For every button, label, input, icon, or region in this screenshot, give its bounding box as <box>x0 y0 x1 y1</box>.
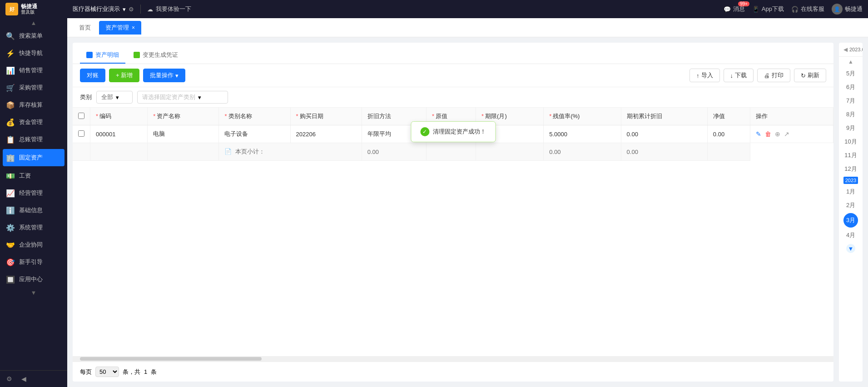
row-net-value: 0.00 <box>707 125 750 143</box>
sidebar-item-quicknav[interactable]: ⚡ 快捷导航 <box>0 45 67 62</box>
timeline-item-4[interactable]: 4月 <box>839 228 863 242</box>
subtotal-empty-3 <box>148 143 219 161</box>
collapse-icon[interactable]: ◀ <box>21 375 26 382</box>
category-select[interactable]: 请选择固定资产类别 ▾ <box>137 91 228 104</box>
timeline-item-2[interactable]: 2月 <box>839 198 863 212</box>
sidebar-label-quicknav: 快捷导航 <box>19 49 43 57</box>
username: 畅捷通 <box>845 5 863 13</box>
app-download-btn[interactable]: 📱 App下载 <box>752 5 784 13</box>
sidebar-item-enterprise[interactable]: 🤝 企业协同 <box>0 236 67 253</box>
sidebar-scroll-down[interactable]: ▼ <box>0 288 67 297</box>
tab-asset-mgmt-label: 资产管理 <box>105 24 129 32</box>
subtab-change-voucher[interactable]: 变更生成凭证 <box>127 47 184 64</box>
sidebar-item-payroll[interactable]: 💵 工资 <box>0 167 67 184</box>
subtotal-empty-4 <box>426 143 476 161</box>
timeline-item-8[interactable]: 8月 <box>839 108 863 121</box>
sidebar-item-capital[interactable]: 💰 资金管理 <box>0 114 67 131</box>
enterprise-icon: 🤝 <box>6 241 15 249</box>
timeline-down-circle[interactable]: ▼ <box>846 244 855 253</box>
timeline-item-6[interactable]: 6月 <box>839 80 863 94</box>
chevron-down-icon: ▾ <box>116 94 119 101</box>
logo-main: 畅捷通 <box>21 3 37 10</box>
timeline-item-7[interactable]: 7月 <box>839 94 863 108</box>
payroll-icon: 💵 <box>6 172 15 180</box>
chevron-down-icon: ▾ <box>175 72 179 79</box>
timeline-item-11[interactable]: 11月 <box>839 149 863 162</box>
per-page-label: 每页 <box>80 368 92 376</box>
user-profile-btn[interactable]: 👤 畅捷通 <box>832 4 863 15</box>
timeline-item-3-active[interactable]: 3月 <box>843 213 858 228</box>
topbar-right: 💬 消息 99+ 📱 App下载 🎧 在线客服 👤 畅捷通 <box>724 4 863 15</box>
batch-ops-button[interactable]: 批量操作 ▾ <box>143 69 185 82</box>
sidebar-label-app-center: 应用中心 <box>19 275 43 283</box>
total-suffix: 条 <box>151 368 157 376</box>
reconcile-button[interactable]: 对账 <box>80 69 105 82</box>
timeline-item-9[interactable]: 9月 <box>839 121 863 135</box>
capital-icon: 💰 <box>6 118 15 126</box>
total-prefix: 条，共 <box>123 368 140 376</box>
col-category-label: 类别名称 <box>228 113 252 119</box>
download-icon: ↓ <box>730 72 734 79</box>
sidebar-label-guide: 新手引导 <box>19 258 43 266</box>
refresh-label: 刷新 <box>808 71 819 79</box>
sidebar-item-ledger[interactable]: 📋 总账管理 <box>0 131 67 148</box>
more-icon[interactable]: ↗ <box>784 130 789 138</box>
company-selector[interactable]: 医疗器械行业演示 ▾ <box>73 5 126 13</box>
timeline-item-10[interactable]: 10月 <box>839 135 863 149</box>
timeline-scroll-up-btn[interactable]: ▲ <box>846 57 855 67</box>
online-service-label: 在线客服 <box>801 5 824 13</box>
tab-close-icon[interactable]: × <box>132 25 135 31</box>
sidebar-item-sales[interactable]: 📊 销售管理 <box>0 62 67 79</box>
scrollbar-thumb <box>80 357 262 361</box>
ledger-icon: 📋 <box>6 135 15 144</box>
tab-asset-mgmt[interactable]: 资产管理 × <box>99 21 141 35</box>
select-all-checkbox[interactable] <box>78 113 84 119</box>
print-button[interactable]: 🖨 打印 <box>757 69 790 82</box>
content-area: 首页 资产管理 × 资产明细 变更生成凭证 <box>67 18 868 387</box>
timeline-scroll-down-btn[interactable]: ▼ <box>844 242 857 255</box>
success-message: 清理固定资产成功！ <box>433 128 486 136</box>
messages-btn[interactable]: 💬 消息 99+ <box>724 5 745 13</box>
sidebar-item-search[interactable]: 🔍 搜索菜单 <box>0 27 67 45</box>
settings-icon[interactable]: ⚙ <box>129 6 134 13</box>
bottom-scrollbar[interactable] <box>73 356 833 362</box>
edit-icon[interactable]: ✎ <box>756 130 761 138</box>
download-button[interactable]: ↓ 下载 <box>724 69 754 82</box>
subtotal-label: 本页小计： <box>235 148 265 155</box>
sidebar-item-basic-info[interactable]: ℹ️ 基础信息 <box>0 202 67 219</box>
messages-badge: 99+ <box>738 1 749 6</box>
sidebar-label-enterprise: 企业协同 <box>19 241 43 249</box>
import-button[interactable]: ↑ 导入 <box>689 69 720 82</box>
feedback-btn[interactable]: ☁ 我要体验一下 <box>147 5 191 13</box>
sidebar-item-system[interactable]: ⚙️ 系统管理 <box>0 219 67 236</box>
sidebar-item-guide[interactable]: 🎯 新手引导 <box>0 253 67 271</box>
col-checkbox <box>73 108 90 125</box>
category-type-select[interactable]: 全部 ▾ <box>96 91 133 104</box>
sidebar-item-app-center[interactable]: 🔲 应用中心 <box>0 271 67 288</box>
guide-icon: 🎯 <box>6 258 15 266</box>
new-button[interactable]: + 新增 <box>109 69 139 82</box>
refresh-button[interactable]: ↻ 刷新 <box>794 69 826 82</box>
col-category: *类别名称 <box>219 108 290 125</box>
timeline-item-12[interactable]: 12月 <box>839 162 863 176</box>
timeline-collapse-icon[interactable]: ◀ <box>842 45 849 55</box>
copy-icon[interactable]: ⊕ <box>775 130 780 138</box>
online-service-btn[interactable]: 🎧 在线客服 <box>791 5 824 13</box>
timeline-item-1[interactable]: 1月 <box>839 185 863 198</box>
delete-icon[interactable]: 🗑 <box>765 130 771 138</box>
timeline-item-5[interactable]: 5月 <box>839 67 863 80</box>
sidebar-item-operations[interactable]: 📈 经营管理 <box>0 184 67 202</box>
per-page-select[interactable]: 50 100 200 <box>95 367 119 377</box>
sales-icon: 📊 <box>6 66 15 74</box>
settings-gear-icon[interactable]: ⚙ <box>6 375 12 382</box>
row-checkbox[interactable] <box>78 130 84 137</box>
sidebar-item-inventory[interactable]: 📦 库存核算 <box>0 96 67 114</box>
subtotal-net: 0.00 <box>621 143 707 161</box>
sidebar-item-purchase[interactable]: 🛒 采购管理 <box>0 79 67 96</box>
tab-home[interactable]: 首页 <box>74 21 95 35</box>
sidebar-scroll-up[interactable]: ▲ <box>0 18 67 27</box>
timeline-panel: ◀ 2023.03 ⤢ ▲ 5月 6月 7月 8月 9月 10月 11月 12月… <box>839 43 863 382</box>
batch-ops-label: 批量操作 <box>150 71 174 79</box>
sidebar-item-fixed-assets[interactable]: 🏢 固定资产 <box>3 149 64 166</box>
subtab-asset-detail[interactable]: 资产明细 <box>80 47 125 64</box>
